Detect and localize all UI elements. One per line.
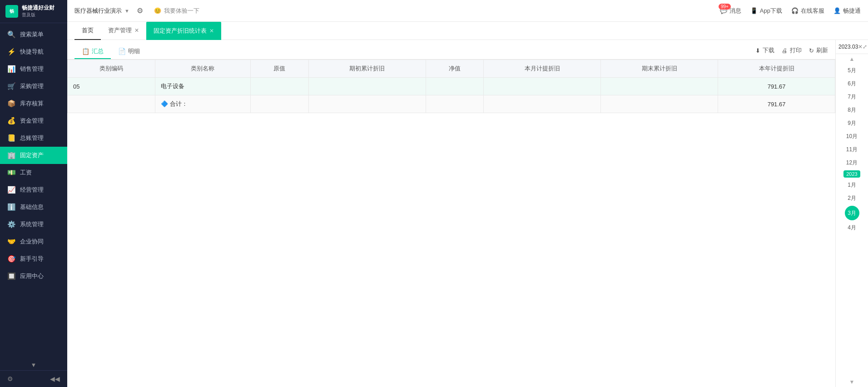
col-header: 期初累计折旧	[308, 60, 426, 78]
table-row: 05电子设备791.67	[68, 78, 835, 95]
date-panel-year-badge[interactable]: 2023	[843, 170, 860, 178]
table-total-cell	[251, 95, 309, 113]
col-header: 本月计提折旧	[484, 60, 601, 78]
print-icon: 🖨	[782, 47, 788, 54]
nav-label-fixed-assets: 固定资产	[20, 151, 44, 159]
nav-icon-purchase: 🛒	[7, 82, 15, 90]
nav-label-guide: 新手引导	[20, 255, 44, 263]
table-cell	[601, 78, 718, 95]
date-panel-month[interactable]: 4月	[836, 221, 868, 234]
experience-icon: 😊	[154, 7, 161, 14]
date-panel-close-icon[interactable]: ✕	[858, 44, 863, 50]
table-cell	[484, 78, 601, 95]
company-arrow-icon: ▼	[124, 8, 129, 14]
topbar-settings-icon[interactable]: ⚙	[137, 6, 143, 15]
col-header: 期末累计折旧	[601, 60, 718, 78]
date-panel-month[interactable]: 8月	[836, 104, 868, 117]
nav-icon-inventory: 📦	[7, 99, 15, 108]
sidebar-item-quick-nav[interactable]: ⚡快捷导航	[0, 43, 67, 60]
sidebar-item-search[interactable]: 🔍搜索菜单	[0, 26, 67, 43]
sub-tab-label-detail: 明细	[128, 47, 140, 55]
experience-text: 我要体验一下	[164, 7, 199, 15]
date-panel-scroll-down[interactable]: ▼	[836, 377, 868, 387]
tab-close-fixed-assets-depreciation[interactable]: ✕	[209, 28, 214, 34]
date-panel-list: 5月6月7月8月9月10月11月12月20231月2月3月4月	[836, 64, 868, 377]
nav-label-purchase: 采购管理	[20, 82, 44, 90]
date-panel-title: 2023.03	[838, 44, 858, 50]
sidebar-item-app-center[interactable]: 🔲应用中心	[0, 268, 67, 285]
sidebar-item-guide[interactable]: 🎯新手引导	[0, 250, 67, 268]
download-button[interactable]: ⬇ 下载	[755, 46, 774, 55]
company-name: 医疗器械行业演示	[74, 7, 122, 15]
sidebar-item-payroll[interactable]: 💵工资	[0, 164, 67, 181]
sidebar-item-sales[interactable]: 📊销售管理	[0, 60, 67, 78]
nav-icon-enterprise: 🤝	[7, 238, 15, 246]
nav-label-search: 搜索菜单	[20, 30, 44, 39]
nav-icon-system: ⚙️	[7, 220, 15, 228]
company-selector[interactable]: 医疗器械行业演示 ▼	[74, 7, 129, 15]
sidebar-item-ledger[interactable]: 📒总账管理	[0, 129, 67, 147]
app-subtitle: 普及版	[22, 12, 55, 18]
nav-label-operations: 经营管理	[20, 186, 44, 194]
date-panel-month[interactable]: 1月	[836, 179, 868, 192]
sidebar-item-fixed-assets[interactable]: 🏢固定资产	[0, 147, 67, 164]
table-total-cell	[484, 95, 601, 113]
nav-icon-fixed-assets: 🏢	[7, 151, 15, 159]
date-panel-month[interactable]: 2月	[836, 192, 868, 205]
tab-home[interactable]: 首页	[74, 22, 101, 40]
date-panel-header: 2023.03 ✕ ⤢	[836, 40, 868, 54]
sidebar-header: 畅 畅捷通好业财 普及版	[0, 0, 67, 23]
icon-messages: 💬99+	[720, 7, 727, 14]
sidebar-item-capital[interactable]: 💰资金管理	[0, 112, 67, 129]
nav-label-app-center: 应用中心	[20, 272, 44, 280]
icon-app-download: 📱	[750, 7, 758, 14]
date-panel-month[interactable]: 9月	[836, 117, 868, 130]
date-panel-month[interactable]: 5月	[836, 64, 868, 77]
sidebar-item-system[interactable]: ⚙️系统管理	[0, 216, 67, 233]
table-total-cell: 791.67	[718, 95, 835, 113]
date-panel-month[interactable]: 12月	[836, 156, 868, 169]
sub-tabs-right: ⬇ 下载 🖨 打印 ↻ 刷新	[755, 46, 828, 57]
page-content: 📋汇总📄明细 ⬇ 下载 🖨 打印 ↻ 刷新	[67, 40, 835, 387]
experience-button[interactable]: 😊 我要体验一下	[154, 7, 199, 15]
table-total-cell	[426, 95, 484, 113]
nav-icon-search: 🔍	[7, 30, 15, 39]
label-user: 畅捷通	[843, 7, 861, 15]
topbar-online-service[interactable]: 🎧在线客服	[791, 7, 824, 15]
refresh-button[interactable]: ↻ 刷新	[809, 46, 828, 55]
table-cell	[251, 78, 309, 95]
topbar-messages[interactable]: 💬99+消息	[720, 7, 741, 15]
topbar-app-download[interactable]: 📱App下载	[750, 7, 782, 15]
sub-tab-icon-summary: 📋	[82, 48, 89, 55]
sidebar-item-purchase[interactable]: 🛒采购管理	[0, 78, 67, 95]
tab-fixed-assets-depreciation[interactable]: 固定资产折旧统计表✕	[146, 22, 221, 40]
sub-tab-summary[interactable]: 📋汇总	[74, 45, 111, 59]
sidebar-scroll-down[interactable]: ▼	[0, 360, 67, 370]
sub-tab-detail[interactable]: 📄明细	[111, 45, 147, 59]
sub-tab-label-summary: 汇总	[92, 47, 104, 55]
date-panel-month[interactable]: 6月	[836, 77, 868, 90]
table-cell	[308, 78, 426, 95]
sidebar-settings-icon[interactable]: ⚙	[7, 375, 13, 382]
tab-close-asset-management[interactable]: ✕	[134, 27, 139, 34]
nav-label-payroll: 工资	[20, 169, 32, 177]
sidebar-item-basic-info[interactable]: ℹ️基础信息	[0, 198, 67, 216]
tabs-row: 首页资产管理✕固定资产折旧统计表✕	[67, 22, 868, 40]
tab-asset-management[interactable]: 资产管理✕	[101, 22, 146, 40]
sidebar-item-inventory[interactable]: 📦库存核算	[0, 95, 67, 112]
nav-icon-basic-info: ℹ️	[7, 203, 15, 211]
app-title: 畅捷通好业财	[22, 5, 55, 12]
date-panel-scroll-up[interactable]: ▲	[836, 54, 868, 64]
date-panel-expand-icon[interactable]: ⤢	[863, 44, 867, 50]
date-panel-month[interactable]: 10月	[836, 130, 868, 143]
sidebar-item-enterprise[interactable]: 🤝企业协同	[0, 233, 67, 250]
date-panel-month[interactable]: 3月	[845, 206, 859, 220]
sub-tabs-left: 📋汇总📄明细	[74, 45, 147, 59]
label-online-service: 在线客服	[801, 7, 824, 15]
date-panel-month[interactable]: 11月	[836, 143, 868, 156]
sidebar-item-operations[interactable]: 📈经营管理	[0, 181, 67, 198]
print-button[interactable]: 🖨 打印	[782, 46, 802, 55]
sidebar-collapse-icon[interactable]: ◀◀	[50, 375, 60, 382]
topbar-user[interactable]: 👤畅捷通	[833, 7, 861, 15]
date-panel-month[interactable]: 7月	[836, 90, 868, 104]
